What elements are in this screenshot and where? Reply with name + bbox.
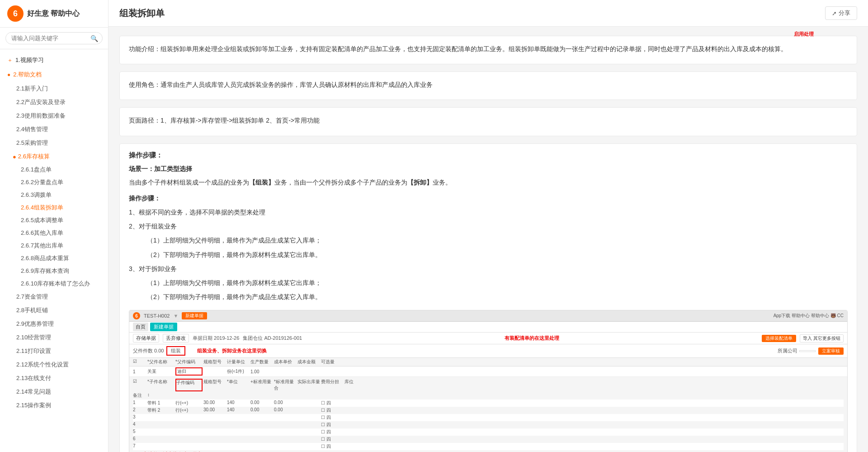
- sidebar-item-2-6-8[interactable]: 2.6.8商品成本重算: [0, 252, 108, 265]
- mock-field-date: 单据日期 2019-12-26: [193, 335, 239, 342]
- plus-icon-1: ＋: [7, 57, 13, 64]
- main-content: 功能介绍：组装拆卸单用来处理企业组装或拆卸等加工业务，支持有固定装配清单的产品加…: [108, 27, 868, 452]
- mock-lower-row-2: 2 带料 2 行(≈+) 30.00 140 0.00 0.00 ☐ 四: [133, 407, 844, 414]
- sidebar-item-2-5[interactable]: 2.5采购管理: [0, 136, 108, 150]
- screenshot-container: 6 TEST-H002 ▼ 新建单据 App下载 帮助中心 帮助中心 🐻 CC …: [129, 310, 848, 452]
- minus-icon-2: ●: [7, 71, 10, 78]
- sidebar-item-2-6-4[interactable]: 2.6.4组装拆卸单: [0, 201, 108, 214]
- nav-sub-group-2-6: ● 2.6库存核算 2.6.1盘点单 2.6.2分量盘点单 2.6.3调拨单 2…: [0, 150, 108, 290]
- mock-logo: 6: [133, 312, 140, 319]
- sidebar-item-2-6-6[interactable]: 2.6.6其他入库单: [0, 227, 108, 239]
- sidebar-item-2-3[interactable]: 2.3使用前数据准备: [0, 109, 108, 123]
- scene-desc: 当由多个子件材料组装成一个成品的业务为【组装】业务，当由一个父件拆分成多个子产品…: [129, 177, 848, 188]
- mock-btn-save: 存储单据: [133, 334, 159, 343]
- nav-group-2: ● 2.帮助文档 2.1新手入门 2.2产品安装及登录 2.3使用前数据准备 2…: [0, 67, 108, 412]
- sidebar-item-2-12[interactable]: 2.12系统个性化设置: [0, 358, 108, 371]
- share-label: 分享: [839, 9, 850, 17]
- mock-lower-row-7: 7 ☐ 四: [133, 443, 844, 450]
- minus-icon-2-6: ●: [13, 153, 16, 160]
- sidebar-item-2-6[interactable]: ● 2.6库存核算: [0, 150, 108, 163]
- mock-dept-input: [799, 350, 816, 352]
- share-icon: ➚: [832, 10, 837, 17]
- mock-btn-billing: 选择装配清单: [762, 335, 796, 342]
- intro-text-3: 页面路径：1、库存核算->库存管理->组装拆卸单 2、首页->常用功能: [129, 115, 848, 126]
- mock-lower-row-4: 4 ☐ 四: [133, 421, 844, 428]
- sidebar-item-2-15[interactable]: 2.15操作案例: [0, 399, 108, 412]
- sidebar-item-2-4[interactable]: 2.4销售管理: [0, 123, 108, 136]
- sidebar-item-2-13[interactable]: 2.13在线支付: [0, 371, 108, 385]
- mock-type-row: 父件件数 0.00 组装 组装业务、拆卸业务在这里切换 所属公司 立案审核: [129, 344, 847, 358]
- nav-group-1-label: 1.视频学习: [15, 56, 44, 64]
- mock-btn-confirm: 立案审核: [818, 347, 844, 355]
- intro-block-2: 使用角色：通常由生产人员或库管人员完成拆装业务的操作，库管人员确认原材料的出库和…: [119, 71, 857, 100]
- logo-text: 好生意 帮助中心: [27, 9, 80, 19]
- sidebar-item-1[interactable]: ＋ 1.视频学习: [0, 53, 108, 67]
- sidebar: 6 好生意 帮助中心 🔍 ＋ 1.视频学习 ● 2.帮助文档 2.1新手入门 2…: [0, 0, 108, 452]
- share-button[interactable]: ➚ 分享: [825, 6, 857, 20]
- mock-toolbar-row: 存储单据 丢弃修改 单据日期 2019-12-26 集团仓位 AD-201912…: [129, 333, 847, 344]
- main-header: 组装拆卸单 ➚ 分享: [108, 0, 868, 27]
- sidebar-item-2-7[interactable]: 2.7资金管理: [0, 290, 108, 304]
- step-2-2: （2）下部明细为子件明细，最终作为原材料生成某它出库单。: [129, 249, 848, 261]
- logo-icon: 6: [7, 5, 24, 22]
- mock-annot-2: 组装业务、拆卸业务在这里切换: [197, 347, 267, 354]
- nav-sub-sub-2-6: 2.6.1盘点单 2.6.2分量盘点单 2.6.3调拨单 2.6.4组装拆卸单 …: [0, 163, 108, 290]
- sidebar-item-2[interactable]: ● 2.帮助文档: [0, 67, 108, 82]
- sidebar-item-2-2[interactable]: 2.2产品安装及登录: [0, 95, 108, 109]
- sidebar-item-2-6-3[interactable]: 2.6.3调拨单: [0, 189, 108, 201]
- steps-title: 操作步骤：: [129, 193, 848, 204]
- mock-label-count: 父件件数 0.00: [133, 347, 164, 354]
- mock-annot-4: 无固定清单可以直接在这里录入: [133, 450, 844, 452]
- step-3-2: （2）下部明细为子件明细，最终作为产成品生成某它入库单。: [129, 291, 848, 303]
- sidebar-item-2-6-10[interactable]: 2.6.10库存账本错了怎么办: [0, 277, 108, 290]
- sidebar-item-2-10[interactable]: 2.10经营管理: [0, 331, 108, 344]
- mock-field-orgname2: 所属公司: [778, 347, 816, 354]
- main-area: 组装拆卸单 ➚ 分享 功能介绍：组装拆卸单用来处理企业组装或拆卸等加工业务，支持…: [108, 0, 868, 452]
- sidebar-item-2-9[interactable]: 2.9优惠券管理: [0, 317, 108, 331]
- intro-text-1: 功能介绍：组装拆卸单用来处理企业组装或拆卸等加工业务，支持有固定装配清单的产品加…: [129, 43, 848, 55]
- step-2: 2、对于组装业务: [129, 221, 848, 232]
- step-1: 1、根据不同的业务，选择不同单据的类型来处理: [129, 207, 848, 218]
- intro-block-1: 功能介绍：组装拆卸单用来处理企业组装或拆卸等加工业务，支持有固定装配清单的产品加…: [119, 36, 857, 64]
- search-area: 🔍: [0, 28, 108, 49]
- sidebar-nav: ＋ 1.视频学习 ● 2.帮助文档 2.1新手入门 2.2产品安装及登录 2.3…: [0, 49, 108, 452]
- operations-title: 操作步骤：: [129, 151, 848, 160]
- mock-nav-active: 新建单据: [150, 323, 177, 331]
- mock-lower-row-5: 5 ☐ 四: [133, 428, 844, 436]
- sidebar-item-2-6-9[interactable]: 2.6.9库存账本查询: [0, 265, 108, 277]
- mock-app-icons: App下载 帮助中心 帮助中心 🐻 CC: [774, 313, 844, 319]
- logo-area: 6 好生意 帮助中心: [0, 0, 108, 28]
- sidebar-item-2-11[interactable]: 2.11打印设置: [0, 344, 108, 358]
- mock-btn-cancel: 丢弃修改: [163, 334, 189, 343]
- sidebar-item-2-6-1[interactable]: 2.6.1盘点单: [0, 163, 108, 176]
- sidebar-item-2-14[interactable]: 2.14常见问题: [0, 385, 108, 399]
- mock-header-red: 子件编码: [175, 379, 203, 391]
- nav-sub-group-2-6-label: 2.6库存核算: [18, 152, 50, 161]
- nav-group-2-label: 2.帮助文档: [13, 71, 42, 79]
- sidebar-item-2-6-7[interactable]: 2.6.7其他出库单: [0, 239, 108, 252]
- sidebar-item-2-6-2[interactable]: 2.6.2分量盘点单: [0, 176, 108, 189]
- mock-btn-more: 导入 其它更多按钮: [800, 334, 844, 343]
- mock-field-orgname: 集团仓位 AD-2019126-001: [243, 335, 302, 342]
- mock-top-nav: 自页 新建单据: [129, 322, 847, 333]
- mock-lower-row-1: 1 带料 1 行(≈+) 30.00 140 0.00 0.00 ☐ 四: [133, 400, 844, 407]
- page-title: 组装拆卸单: [119, 7, 165, 19]
- mock-lower-section: ☑ *子件名称 子件编码 规格型号 *单位 +标准用量 *标准用量合 实际出库量…: [129, 377, 847, 452]
- mock-lower-row-3: 3 ☐ 四: [133, 414, 844, 421]
- search-icon[interactable]: 🔍: [90, 35, 98, 42]
- intro-text-2: 使用角色：通常由生产人员或库管人员完成拆装业务的操作，库管人员确认原材料的出库和…: [129, 79, 848, 90]
- sidebar-item-2-8[interactable]: 2.8手机旺铺: [0, 304, 108, 317]
- mock-annot-1: 有装配清单的在这里处理: [306, 335, 758, 342]
- sidebar-item-2-1[interactable]: 2.1新手入门: [0, 82, 108, 95]
- nav-group-1: ＋ 1.视频学习: [0, 53, 108, 67]
- sidebar-item-2-6-5[interactable]: 2.6.5成本调整单: [0, 214, 108, 227]
- operations-section: 操作步骤： 场景一：加工类型选择 当由多个子件材料组装成一个成品的业务为【组装】…: [119, 143, 857, 452]
- mock-dept-label: 所属公司: [778, 347, 797, 354]
- mock-lower-row-6: 6 ☐ 四: [133, 436, 844, 443]
- scene-title: 场景一：加工类型选择: [129, 165, 848, 173]
- mock-nav-home: 自页: [133, 323, 148, 331]
- mock-upper-table-header: ☑ *父件名称 *父件编码 规格型号 计量单位 生产数量 成本单价 成本金额 可…: [129, 358, 847, 366]
- mock-new-doc-btn: 新建单据: [182, 312, 207, 319]
- search-input[interactable]: [5, 32, 103, 44]
- intro-block-3: 页面路径：1、库存核算->库存管理->组装拆卸单 2、首页->常用功能: [119, 107, 857, 136]
